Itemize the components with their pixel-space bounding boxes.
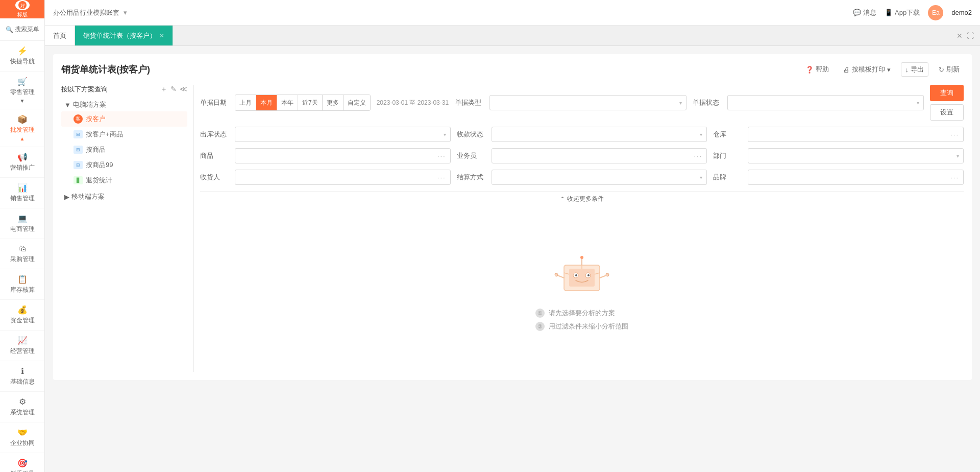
scheme-return-icon: ▊	[74, 176, 83, 184]
pc-scheme-header[interactable]: ▼ 电脑端方案	[61, 98, 187, 111]
username: demo2	[951, 9, 972, 16]
add-scheme-btn[interactable]: ＋	[160, 85, 167, 94]
sidebar-actions: ＋ ✎ ≪	[160, 85, 187, 94]
mobile-scheme-group: ▶ 移动端方案	[61, 190, 187, 203]
collection-input[interactable]: ▾	[492, 127, 707, 142]
date-tab-this-year[interactable]: 本年	[277, 95, 298, 110]
filter-main: 单据日期 上月 本月 本年	[200, 85, 964, 372]
header-right: 💬 消息 📱 App下载 Ea demo2	[853, 5, 972, 20]
collapse-button[interactable]: ⌃ 收起更多条件	[200, 191, 964, 206]
sidebar-item-retail[interactable]: 🛒 零售管理 ▼	[0, 72, 44, 109]
filter-department: 部门 ▾	[713, 148, 964, 163]
sidebar-item-marketing[interactable]: 📢 营销推广	[0, 147, 44, 178]
date-tab-last-month[interactable]: 上月	[235, 95, 256, 110]
app-download-btn[interactable]: 📱 App下载	[885, 8, 920, 17]
settings-button[interactable]: 设置	[930, 104, 964, 121]
department-label: 部门	[713, 151, 744, 160]
edit-scheme-btn[interactable]: ✎	[170, 85, 177, 94]
salesperson-input[interactable]: ···	[492, 148, 707, 163]
help-icon: ❓	[805, 66, 814, 74]
sidebar-item-inventory[interactable]: 📋 库存核算	[0, 269, 44, 300]
settlement-dropdown-icon: ▾	[700, 175, 702, 180]
tab-sales-stat[interactable]: 销货单统计表（按客户） ✕	[75, 26, 173, 45]
tab-close-btn[interactable]: ✕	[159, 32, 164, 39]
goods-input[interactable]: ···	[235, 148, 451, 163]
date-tab-custom[interactable]: 自定义	[344, 95, 370, 110]
sidebar-item-quick-nav[interactable]: ⚡ 快捷导航	[0, 41, 44, 72]
scheme-tree: ▼ 电脑端方案 客 按客户 ⊞ 按客户+商品	[61, 98, 187, 203]
order-status-input[interactable]: ▾	[727, 95, 924, 110]
logo-icon: 好	[15, 0, 30, 10]
date-tab-more[interactable]: 更多	[323, 95, 344, 110]
filter-date: 单据日期 上月 本月 本年	[200, 95, 449, 111]
message-icon: 💬	[853, 9, 861, 16]
settlement-input[interactable]: ▾	[492, 170, 707, 185]
scheme-by-goods-99[interactable]: ⊞ 按商品99	[61, 157, 187, 173]
sidebar-item-guide[interactable]: 🎯 新手引导	[0, 453, 44, 472]
filter-area: 按以下方案查询 ＋ ✎ ≪ ▼ 电脑端方案	[61, 85, 964, 372]
salesperson-dots: ···	[694, 152, 703, 160]
date-tab-this-month[interactable]: 本月	[256, 95, 277, 110]
scheme-by-goods[interactable]: ⊞ 按商品	[61, 142, 187, 157]
search-menu-btn[interactable]: 🔍 搜索菜单	[2, 22, 42, 36]
tab-bar: 首页 销货单统计表（按客户） ✕ ✕ ⛶	[45, 26, 980, 46]
order-type-input[interactable]: ▾	[489, 95, 686, 110]
action-buttons: 查询 设置	[930, 85, 964, 121]
breadcrumb-dropdown[interactable]: ▾	[124, 9, 127, 16]
svg-line-12	[600, 275, 606, 278]
sidebar-item-system[interactable]: ⚙ 系统管理	[0, 392, 44, 422]
settlement-label: 结算方式	[457, 173, 487, 182]
query-button[interactable]: 查询	[930, 85, 964, 101]
mobile-scheme-header[interactable]: ▶ 移动端方案	[61, 190, 187, 203]
department-input[interactable]: ▾	[748, 148, 964, 163]
quick-nav-icon: ⚡	[17, 46, 28, 56]
close-window-icon[interactable]: ✕	[957, 32, 963, 40]
svg-point-7	[587, 274, 590, 276]
message-btn[interactable]: 💬 消息	[853, 8, 876, 17]
export-btn[interactable]: ↓ 导出	[901, 62, 929, 77]
mobile-scheme-expand-icon: ▶	[64, 193, 69, 201]
collapse-sidebar-btn[interactable]: ≪	[180, 85, 187, 94]
sidebar-item-purchase[interactable]: 🛍 采购管理	[0, 239, 44, 269]
scheme-return-stat[interactable]: ▊ 退货统计	[61, 173, 187, 188]
scheme-by-customer[interactable]: 客 按客户	[61, 111, 187, 127]
filter-row-3: 商品 ··· 业务员 ···	[200, 148, 964, 163]
empty-state: ① 请先选择要分析的方案 ② 用过滤条件来缩小分析范围	[200, 206, 964, 372]
consignee-input[interactable]: ···	[235, 170, 451, 185]
sidebar-search[interactable]: 🔍 搜索菜单	[0, 18, 44, 41]
tab-home[interactable]: 首页	[45, 26, 75, 45]
maximize-icon[interactable]: ⛶	[967, 32, 974, 40]
sidebar-item-wholesale[interactable]: 📦 批发管理 ▲	[0, 109, 44, 147]
order-type-dropdown-icon: ▾	[679, 100, 682, 106]
warehouse-input[interactable]: ···	[748, 127, 964, 142]
sidebar-item-ecommerce[interactable]: 💻 电商管理	[0, 208, 44, 239]
collection-dropdown-icon: ▾	[700, 132, 702, 137]
sidebar-item-sales[interactable]: 📊 销售管理	[0, 178, 44, 208]
refresh-btn[interactable]: ↻ 刷新	[935, 63, 964, 76]
content-area: 销货单统计表(按客户) ❓ 帮助 🖨 按模板打印 ▾ ↓ 导出	[45, 46, 980, 472]
brand-label: 品牌	[713, 173, 744, 182]
filter-sidebar: 按以下方案查询 ＋ ✎ ≪ ▼ 电脑端方案	[61, 85, 194, 372]
sidebar-item-operations[interactable]: 📈 经营管理	[0, 331, 44, 361]
sidebar-item-collab[interactable]: 🤝 企业协同	[0, 422, 44, 453]
sidebar-item-basic-info[interactable]: ℹ 基础信息	[0, 361, 44, 392]
sidebar-header: 按以下方案查询 ＋ ✎ ≪	[61, 85, 187, 94]
sidebar-item-finance[interactable]: 💰 资金管理	[0, 300, 44, 331]
help-btn[interactable]: ❓ 帮助	[801, 63, 833, 76]
sidebar: 好 标版 🔍 搜索菜单 ⚡ 快捷导航 🛒 零售管理 ▼ 📦 批发管理 ▲ 📢 营…	[0, 0, 45, 472]
brand-input[interactable]: ···	[748, 170, 964, 185]
scheme-by-customer-goods[interactable]: ⊞ 按客户+商品	[61, 127, 187, 142]
finance-icon: 💰	[17, 305, 28, 315]
outbound-dropdown-icon: ▾	[444, 132, 446, 137]
avatar[interactable]: Ea	[928, 5, 943, 20]
outbound-input[interactable]: ▾	[235, 127, 451, 142]
wholesale-icon: 📦	[17, 114, 28, 124]
svg-point-13	[606, 273, 609, 276]
print-btn[interactable]: 🖨 按模板打印 ▾	[839, 63, 895, 76]
empty-tip-1: ① 请先选择要分析的方案	[535, 309, 628, 318]
date-tab-last-7[interactable]: 近7天	[298, 95, 323, 110]
retail-icon: 🛒	[17, 77, 28, 86]
print-dropdown-icon[interactable]: ▾	[887, 66, 891, 74]
scheme-customer-icon: 客	[74, 114, 83, 124]
svg-rect-3	[569, 269, 595, 287]
